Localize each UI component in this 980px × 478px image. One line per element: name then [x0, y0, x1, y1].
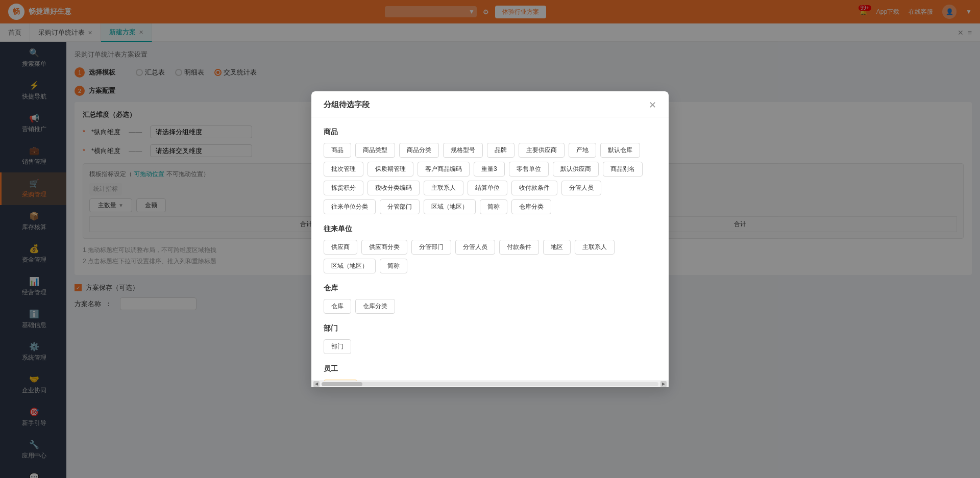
modal-close-button[interactable]: ✕: [649, 99, 656, 111]
field-item[interactable]: 分管人员: [561, 181, 601, 195]
field-items-partner: 供应商 供应商分类 分管部门 分管人员 付款条件 地区 主联系人 区域（地区） …: [324, 240, 656, 273]
hscroll-track: [322, 382, 658, 386]
field-item[interactable]: 简称: [380, 259, 407, 273]
field-item[interactable]: 仓库分类: [355, 299, 395, 314]
field-item[interactable]: 区域（地区）: [424, 199, 476, 214]
field-item[interactable]: 仓库: [324, 299, 351, 314]
modal-dialog: 分组待选字段 ✕ 商品 商品 商品类型 商品分类 规格型号 品牌 主要供应商 产…: [311, 91, 669, 387]
field-items-dept: 部门: [324, 339, 656, 354]
field-group-product-title: 商品: [324, 128, 656, 137]
field-item[interactable]: 收付款条件: [511, 181, 557, 195]
field-group-dept: 部门 部门: [324, 324, 656, 354]
field-item[interactable]: 简称: [480, 199, 507, 214]
field-group-employee: 员工 业务员: [324, 364, 656, 381]
field-item[interactable]: 结算单位: [468, 181, 507, 195]
field-item[interactable]: 分管人员: [455, 240, 495, 255]
field-item[interactable]: 规格型号: [443, 143, 483, 158]
field-items-product: 商品 商品类型 商品分类 规格型号 品牌 主要供应商 产地 默认仓库 批次管理 …: [324, 143, 656, 214]
field-item[interactable]: 零售单位: [509, 162, 549, 177]
field-item[interactable]: 往来单位分类: [324, 199, 376, 214]
field-item[interactable]: 品牌: [487, 143, 514, 158]
field-group-product: 商品 商品 商品类型 商品分类 规格型号 品牌 主要供应商 产地 默认仓库 批次…: [324, 128, 656, 214]
field-item[interactable]: 地区: [543, 240, 571, 255]
field-item[interactable]: 商品分类: [399, 143, 439, 158]
field-item[interactable]: 客户商品编码: [418, 162, 470, 177]
field-item[interactable]: 默认仓库: [600, 143, 640, 158]
field-item[interactable]: 保质期管理: [368, 162, 413, 177]
modal-overlay[interactable]: 分组待选字段 ✕ 商品 商品 商品类型 商品分类 规格型号 品牌 主要供应商 产…: [0, 0, 980, 478]
field-item[interactable]: 商品别名: [603, 162, 643, 177]
field-item[interactable]: 部门: [324, 339, 351, 354]
field-item[interactable]: 主联系人: [424, 181, 463, 195]
field-group-partner: 往来单位 供应商 供应商分类 分管部门 分管人员 付款条件 地区 主联系人 区域…: [324, 224, 656, 273]
field-group-dept-title: 部门: [324, 324, 656, 333]
hscroll-thumb[interactable]: [322, 382, 362, 386]
field-item[interactable]: 拣货积分: [324, 181, 363, 195]
field-item[interactable]: 分管部门: [411, 240, 451, 255]
field-item[interactable]: 产地: [569, 143, 596, 158]
field-items-warehouse: 仓库 仓库分类: [324, 299, 656, 314]
field-group-warehouse: 仓库 仓库 仓库分类: [324, 284, 656, 314]
modal-hscroll[interactable]: ◀ ▶: [311, 381, 669, 387]
modal-body: 商品 商品 商品类型 商品分类 规格型号 品牌 主要供应商 产地 默认仓库 批次…: [311, 117, 669, 381]
field-item[interactable]: 区域（地区）: [324, 259, 376, 273]
field-item[interactable]: 批次管理: [324, 162, 363, 177]
modal-title: 分组待选字段: [324, 100, 370, 110]
field-item[interactable]: 仓库分类: [511, 199, 551, 214]
field-item[interactable]: 税收分类编码: [368, 181, 420, 195]
hscroll-left-btn[interactable]: ◀: [313, 381, 320, 387]
field-item[interactable]: 供应商: [324, 240, 357, 255]
field-item[interactable]: 默认供应商: [553, 162, 599, 177]
field-item[interactable]: 主联系人: [575, 240, 615, 255]
field-item[interactable]: 主要供应商: [519, 143, 565, 158]
field-item[interactable]: 商品: [324, 143, 351, 158]
field-group-warehouse-title: 仓库: [324, 284, 656, 293]
field-item[interactable]: 分管部门: [380, 199, 420, 214]
field-item[interactable]: 供应商分类: [361, 240, 407, 255]
field-group-partner-title: 往来单位: [324, 224, 656, 234]
field-item[interactable]: 付款条件: [499, 240, 539, 255]
hscroll-right-btn[interactable]: ▶: [660, 381, 667, 387]
field-item[interactable]: 重量3: [474, 162, 505, 177]
modal-header: 分组待选字段 ✕: [311, 91, 669, 117]
field-group-employee-title: 员工: [324, 364, 656, 373]
field-item[interactable]: 商品类型: [355, 143, 395, 158]
